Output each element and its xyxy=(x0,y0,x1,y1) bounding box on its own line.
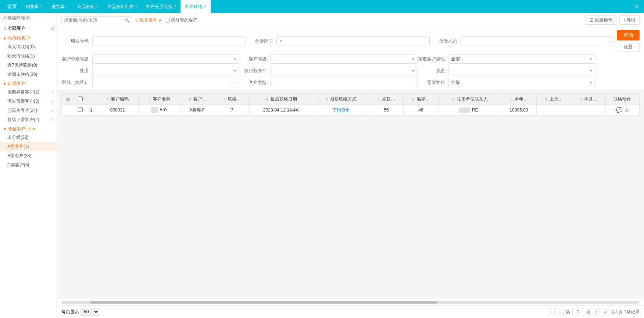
input-customer-type[interactable] xyxy=(270,78,417,87)
sort-last-date[interactable]: ⇅ xyxy=(265,97,268,101)
input-payment[interactable]: ▼ xyxy=(270,66,417,75)
col-name[interactable]: ⇅ 客户名称 xyxy=(139,94,180,105)
sort-this-month[interactable]: ⇅ xyxy=(579,97,582,101)
col-last-method[interactable]: ⇅ 最后联络方式 xyxy=(313,94,369,105)
chat-action-icon[interactable]: 💬 xyxy=(616,107,622,113)
sidebar-item-overdue[interactable]: 逾期未联络(30) xyxy=(0,70,57,79)
first-page-btn[interactable]: « xyxy=(547,308,555,315)
manager-dots[interactable]: ··· xyxy=(608,39,611,44)
nav-tab-sales[interactable]: 销售单 × xyxy=(21,0,47,13)
gear-icon[interactable]: ⚙ xyxy=(66,96,71,102)
sidebar-all-customers[interactable]: ⠿ 全部客户 ◁ xyxy=(0,23,57,34)
sidebar-item-class-b[interactable]: B类客户(33) xyxy=(0,151,57,160)
prev-page-btn[interactable]: ‹ xyxy=(557,308,564,315)
input-phone[interactable] xyxy=(92,36,246,46)
input-manager[interactable]: ··· xyxy=(461,36,614,46)
info-icon-churned[interactable]: ℹ xyxy=(52,109,54,113)
sidebar-item-abnormal[interactable]: 囤购异常客户(2) ℹ xyxy=(0,88,57,97)
sidebar-item-declining[interactable]: 持续下滑客户(2) ℹ xyxy=(0,115,57,124)
my-customers-checkbox[interactable] xyxy=(165,18,169,22)
filter-my-customers[interactable]: 我分管的客户 xyxy=(165,17,197,23)
nav-tab-product-list[interactable]: 商品分析列表 × xyxy=(103,0,142,13)
sidebar-item-churned[interactable]: 已流失客户(24) ℹ xyxy=(0,106,57,115)
nav-tab-home[interactable]: 首页 xyxy=(3,0,21,13)
input-dept[interactable]: ▼ xyxy=(276,36,430,46)
input-sparse-attr[interactable]: 全部 ▼ xyxy=(448,54,595,64)
region-dots[interactable]: ··· xyxy=(231,80,237,85)
sidebar-item-ungrouped[interactable]: 未分组(32) xyxy=(0,133,57,142)
col-this-month[interactable]: ⇅ 本月… xyxy=(571,94,605,105)
row-checkbox[interactable] xyxy=(78,107,83,112)
sidebar-search-input[interactable] xyxy=(3,15,57,21)
refresh-value-icon[interactable]: ↺ xyxy=(27,127,31,132)
nav-tab-customer-segment[interactable]: 客户分层经营 × xyxy=(142,0,180,13)
page-number-input[interactable]: 1 xyxy=(572,308,584,315)
sort-this-year[interactable]: ⇅ xyxy=(510,97,513,101)
col-type[interactable]: ⇅ 客户… xyxy=(180,94,215,105)
last-page-btn[interactable]: » xyxy=(602,308,609,315)
input-sparse-customer[interactable]: 全部 ▼ xyxy=(448,78,595,87)
nav-tab-product-analysis[interactable]: 商品分析 × xyxy=(73,0,103,13)
sidebar-item-churn-warning[interactable]: 流失预警客户(3) ℹ xyxy=(0,97,57,106)
sort-unit-contact[interactable]: ⇅ xyxy=(452,97,455,101)
col-unit-contact[interactable]: ⇅ 往来单位联系人 xyxy=(438,94,501,105)
col-code[interactable]: ⇅ 客户编码 xyxy=(97,94,139,105)
filter-search-icon[interactable]: 🔍 xyxy=(124,18,130,23)
scrollbar-track[interactable] xyxy=(61,301,640,304)
close-sales-tab[interactable]: × xyxy=(40,0,43,13)
settings-button[interactable]: 设置 xyxy=(617,42,640,52)
close-purchase-tab[interactable]: × xyxy=(66,0,68,13)
last-method-link[interactable]: 下销货单 xyxy=(332,107,350,113)
query-button[interactable]: 查询 xyxy=(617,30,640,40)
sort-contact[interactable]: ⇅ xyxy=(223,97,226,101)
col-no-contact[interactable]: ⇅ 未联… xyxy=(369,94,404,105)
close-customer-segment-tab[interactable]: × xyxy=(174,0,176,13)
sidebar-group-pending[interactable]: ▼ 待联络客户 xyxy=(0,34,57,42)
nav-tab-customer-contact[interactable]: 客户联络 × xyxy=(180,0,211,13)
next-page-btn[interactable]: › xyxy=(593,308,600,315)
info-icon-declining[interactable]: ℹ xyxy=(52,118,54,122)
sort-overdue[interactable]: ⇅ xyxy=(412,97,415,101)
batch-op-button[interactable]: ☑ 批量操作 xyxy=(586,15,616,25)
sidebar-item-class-a[interactable]: A类客户(1) xyxy=(0,142,57,151)
filter-more-conditions[interactable]: ▽ 更多条件 ∧ xyxy=(135,17,162,23)
close-product-analysis-tab[interactable]: × xyxy=(96,0,99,13)
col-overdue[interactable]: ⇅ 逾期… xyxy=(404,94,438,105)
sort-last-method[interactable]: ⇅ xyxy=(325,97,328,101)
col-last-month[interactable]: ⇅ 上月… xyxy=(536,94,571,105)
filter-search-input[interactable] xyxy=(64,18,123,23)
sidebar-item-tomorrow[interactable]: 明天待联络(1) xyxy=(0,52,57,61)
col-contact[interactable]: ⇅ 联络… xyxy=(215,94,249,105)
input-status[interactable]: ▼ xyxy=(448,66,595,75)
sidebar-group-value[interactable]: ▼ 价值客户 ↺ ✏ xyxy=(0,124,57,133)
input-price-level[interactable]: ▼ xyxy=(92,54,239,64)
input-nature[interactable]: ▼ xyxy=(92,66,239,75)
sort-last-month[interactable]: ⇅ xyxy=(544,97,547,101)
sort-name[interactable]: ⇅ xyxy=(148,97,151,101)
close-all-tabs[interactable]: × xyxy=(632,3,641,10)
qr-action-icon[interactable]: ⊞ xyxy=(625,107,629,113)
input-customer-level[interactable]: ▼ xyxy=(270,54,417,64)
col-last-date[interactable]: ⇅ 最后联络日期 xyxy=(249,94,313,105)
scrollbar-thumb[interactable] xyxy=(90,301,437,304)
input-region[interactable]: ··· xyxy=(92,78,239,87)
close-customer-contact-tab[interactable]: × xyxy=(204,0,206,13)
export-button[interactable]: ↑ 导出 xyxy=(619,15,640,25)
nav-tab-purchase[interactable]: 进货单 × xyxy=(47,0,73,13)
sort-no-contact[interactable]: ⇅ xyxy=(377,97,380,101)
sidebar-item-today[interactable]: 今天待联络(0) xyxy=(0,42,57,52)
sidebar-item-class-c[interactable]: C类客户(6) xyxy=(0,160,57,170)
sort-code[interactable]: ⇅ xyxy=(106,97,109,101)
edit-value-icon[interactable]: ✏ xyxy=(32,127,36,132)
page-size-select[interactable]: 20 50 100 200 xyxy=(80,308,99,316)
sidebar-group-problem[interactable]: ▼ 问题客户 xyxy=(0,79,57,88)
sidebar-item-7days[interactable]: 近7天待联络(0) xyxy=(0,61,57,70)
col-gear[interactable]: ⚙ xyxy=(62,94,75,105)
sort-type[interactable]: ⇅ xyxy=(189,97,192,101)
info-icon-churn-warning[interactable]: ℹ xyxy=(52,99,54,103)
sidebar-collapse-icon[interactable]: ◁ xyxy=(50,26,54,31)
close-product-list-tab[interactable]: × xyxy=(135,0,137,13)
info-icon-abnormal[interactable]: ℹ xyxy=(52,90,54,94)
col-this-year[interactable]: ⇅ 本年… xyxy=(501,94,536,105)
select-all-checkbox[interactable] xyxy=(78,96,83,101)
